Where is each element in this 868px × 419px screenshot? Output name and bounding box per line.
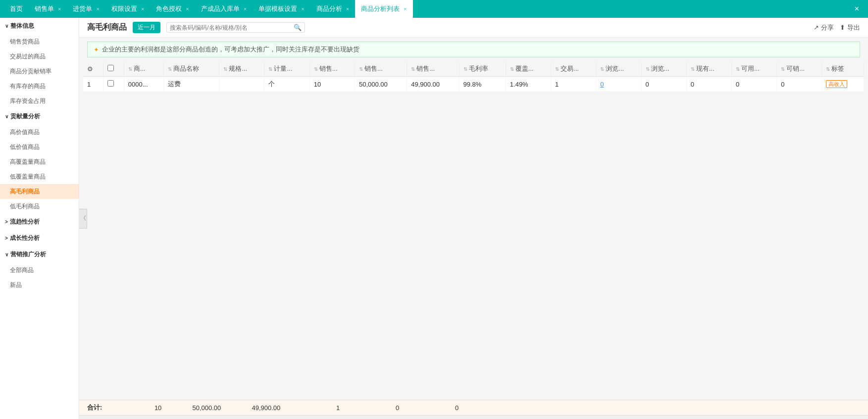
- table-row: 10000...运费个1050,000.0049,900.0099.8%1.49…: [83, 77, 864, 92]
- sidebar-group-4[interactable]: ∨营销推广分析: [0, 246, 79, 263]
- col-header-browse1[interactable]: ⇅浏览...: [596, 61, 641, 77]
- sidebar-collapse-button[interactable]: 《: [79, 209, 87, 229]
- nav-item-1[interactable]: 销售单×: [29, 0, 67, 18]
- nav-close-icon-4[interactable]: ×: [186, 0, 189, 18]
- sidebar-item-0-0[interactable]: 销售货商品: [0, 34, 79, 49]
- select-all-checkbox[interactable]: [107, 65, 114, 71]
- row-browse1[interactable]: 0: [596, 77, 641, 92]
- sort-handle-sales_amt[interactable]: ⇅: [359, 66, 363, 72]
- col-header-coverage[interactable]: ⇅覆盖...: [506, 61, 551, 77]
- nav-close-icon-3[interactable]: ×: [141, 0, 144, 18]
- sidebar-item-0-4[interactable]: 库存资金占用: [0, 93, 79, 108]
- row-current-stock: 0: [686, 77, 731, 92]
- col-header-spec[interactable]: ⇅规格...: [219, 61, 264, 77]
- share-icon: ↗: [814, 24, 819, 31]
- sort-handle-browse1[interactable]: ⇅: [600, 66, 604, 72]
- sidebar-group-1[interactable]: ∨贡献量分析: [0, 108, 79, 125]
- sidebar-group-3[interactable]: >成长性分析: [0, 230, 79, 246]
- nav-close-icon-8[interactable]: ×: [404, 0, 407, 18]
- search-input[interactable]: [170, 24, 294, 31]
- share-button[interactable]: ↗ 分享: [814, 23, 834, 32]
- sidebar-item-1-3[interactable]: 低覆盖量商品: [0, 169, 79, 184]
- group-arrow-4: ∨: [5, 252, 8, 257]
- nav-close-icon-7[interactable]: ×: [346, 0, 349, 18]
- nav-item-2[interactable]: 进货单×: [67, 0, 105, 18]
- col-header-settings[interactable]: ⚙: [83, 61, 103, 77]
- sort-handle-sales_qty[interactable]: ⇅: [314, 66, 318, 72]
- nav-close-icon-5[interactable]: ×: [244, 0, 247, 18]
- sort-handle-current_stock[interactable]: ⇅: [691, 66, 695, 72]
- sidebar-item-1-4[interactable]: 高毛利商品: [0, 184, 79, 199]
- sidebar-item-1-0[interactable]: 高价值商品: [0, 125, 79, 140]
- nav-item-3[interactable]: 权限设置×: [105, 0, 150, 18]
- footer-sales-qty: 10: [122, 404, 161, 412]
- sort-handle-unit[interactable]: ⇅: [268, 66, 272, 72]
- tip-icon: ✦: [94, 46, 99, 53]
- sidebar-item-1-2[interactable]: 高覆盖量商品: [0, 154, 79, 169]
- row-gross-margin: 99.8%: [459, 77, 506, 92]
- col-header-transaction[interactable]: ⇅交易...: [551, 61, 596, 77]
- sort-handle-browse2[interactable]: ⇅: [646, 66, 650, 72]
- footer-transaction: 1: [300, 404, 340, 412]
- sort-handle-spec[interactable]: ⇅: [223, 66, 227, 72]
- sidebar: ∨整体信息销售货商品交易过的商品商品分贡献销率有库存的商品库存资金占用∨贡献量分…: [0, 18, 79, 419]
- col-header-sales_amt[interactable]: ⇅销售...: [355, 61, 407, 77]
- col-header-current_stock[interactable]: ⇅现有...: [686, 61, 731, 77]
- nav-close-icon-2[interactable]: ×: [96, 0, 99, 18]
- col-header-gross_margin[interactable]: ⇅毛利率: [459, 61, 506, 77]
- nav-item-8[interactable]: 商品分析列表×: [355, 0, 412, 18]
- sort-handle-coverage[interactable]: ⇅: [510, 66, 514, 72]
- sort-handle-name[interactable]: ⇅: [168, 66, 172, 72]
- row-checkbox[interactable]: [103, 77, 124, 92]
- col-header-available_stock[interactable]: ⇅可用...: [731, 61, 776, 77]
- export-button[interactable]: ⬆ 导出: [840, 23, 860, 32]
- nav-close-icon-1[interactable]: ×: [58, 0, 61, 18]
- main-layout: ∨整体信息销售货商品交易过的商品商品分贡献销率有库存的商品库存资金占用∨贡献量分…: [0, 18, 868, 419]
- sidebar-item-0-1[interactable]: 交易过的商品: [0, 49, 79, 64]
- row-checkbox-input[interactable]: [107, 80, 114, 87]
- col-header-sales_profit[interactable]: ⇅销售...: [407, 61, 459, 77]
- footer-browse: 0: [359, 404, 399, 412]
- sidebar-item-0-3[interactable]: 有库存的商品: [0, 79, 79, 93]
- col-header-name[interactable]: ⇅商品名称: [163, 61, 219, 77]
- row-sellable-stock: 0: [777, 77, 822, 92]
- row-unit: 个: [264, 77, 309, 92]
- sidebar-item-1-1[interactable]: 低价值商品: [0, 140, 79, 154]
- col-header-sales_qty[interactable]: ⇅销售...: [309, 61, 355, 77]
- col-header-unit[interactable]: ⇅计量...: [264, 61, 309, 77]
- nav-close-icon-6[interactable]: ×: [301, 0, 304, 18]
- sidebar-item-0-2[interactable]: 商品分贡献销率: [0, 64, 79, 79]
- sidebar-item-4-0[interactable]: 全部商品: [0, 263, 79, 278]
- nav-item-6[interactable]: 单据模板设置×: [253, 0, 310, 18]
- sort-handle-sales_profit[interactable]: ⇅: [411, 66, 415, 72]
- sort-handle-transaction[interactable]: ⇅: [555, 66, 559, 72]
- sidebar-group-2[interactable]: >流趋性分析: [0, 214, 79, 230]
- col-header-checkbox[interactable]: [103, 61, 124, 77]
- sort-handle-sku[interactable]: ⇅: [128, 66, 132, 72]
- col-header-browse2[interactable]: ⇅浏览...: [641, 61, 686, 77]
- sidebar-group-0[interactable]: ∨整体信息: [0, 18, 79, 34]
- sort-handle-tag[interactable]: ⇅: [826, 66, 830, 72]
- sort-handle-available_stock[interactable]: ⇅: [736, 66, 740, 72]
- search-box: 🔍: [166, 22, 305, 33]
- sidebar-item-4-1[interactable]: 新品: [0, 278, 79, 292]
- sort-handle-sellable_stock[interactable]: ⇅: [781, 66, 785, 72]
- sidebar-item-1-5[interactable]: 低毛利商品: [0, 199, 79, 214]
- footer-current-stock: 0: [419, 404, 459, 412]
- filter-month-button[interactable]: 近一月: [133, 22, 160, 33]
- nav-item-5[interactable]: 产成品入库单×: [195, 0, 253, 18]
- group-arrow-0: ∨: [5, 23, 8, 29]
- page-title: 高毛利商品: [87, 22, 127, 33]
- sort-handle-gross_margin[interactable]: ⇅: [463, 66, 467, 72]
- col-header-sellable_stock[interactable]: ⇅可销...: [777, 61, 822, 77]
- col-header-tag[interactable]: ⇅标签: [822, 61, 864, 77]
- row-tag: 高收入: [822, 77, 864, 92]
- nav-item-4[interactable]: 角色授权×: [150, 0, 195, 18]
- footer-label: 合计:: [87, 403, 102, 412]
- horizontal-scrollbar[interactable]: [79, 415, 868, 419]
- row-browse1-link[interactable]: 0: [600, 81, 604, 88]
- col-header-sku[interactable]: ⇅商...: [124, 61, 163, 77]
- nav-item-7[interactable]: 商品分析×: [310, 0, 355, 18]
- nav-item-0[interactable]: 首页: [4, 0, 29, 18]
- window-close-button[interactable]: ×: [850, 4, 864, 13]
